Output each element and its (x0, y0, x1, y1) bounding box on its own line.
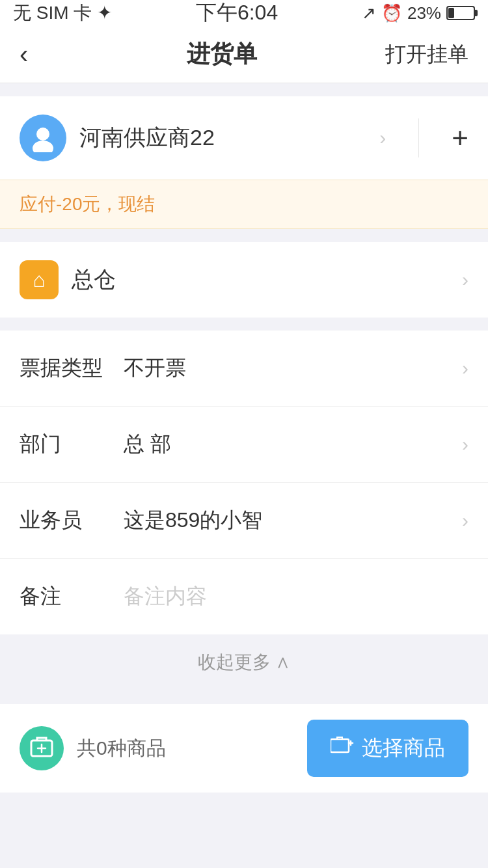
signal-icon: ↗ (362, 3, 376, 23)
supplier-avatar (20, 115, 66, 161)
warehouse-icon: ⌂ (20, 260, 59, 299)
svg-rect-3 (331, 739, 349, 752)
nav-bar: ‹ 进货单 打开挂单 (0, 26, 488, 83)
battery-icon (446, 6, 475, 20)
warehouse-chevron-icon: › (462, 269, 468, 291)
page-title: 进货单 (187, 38, 257, 70)
section-gap-3 (0, 318, 488, 331)
supplier-row[interactable]: 河南供应商22 › + (0, 96, 488, 180)
dept-value: 总 部 (111, 430, 462, 459)
status-left: 无 SIM 卡 ✦ (13, 1, 112, 25)
select-products-label: 选择商品 (362, 734, 445, 763)
products-icon (20, 726, 64, 770)
vertical-divider (418, 118, 419, 157)
collapse-row[interactable]: 收起更多 ∧ (0, 634, 488, 690)
section-gap-4 (0, 690, 488, 703)
invoice-row[interactable]: 票据类型 不开票 › (0, 331, 488, 407)
notice-banner: 应付-20元，现结 (0, 180, 488, 229)
supplier-section: 河南供应商22 › + 应付-20元，现结 (0, 96, 488, 229)
supplier-actions: › + (379, 118, 468, 157)
battery-percent: 23% (407, 3, 441, 23)
select-products-button[interactable]: 选择商品 (307, 720, 468, 777)
supplier-chevron-icon: › (379, 127, 386, 149)
invoice-value: 不开票 (111, 354, 462, 383)
status-bar: 无 SIM 卡 ✦ 下午6:04 ↗ ⏰ 23% (0, 0, 488, 26)
section-gap-2 (0, 229, 488, 242)
staff-row[interactable]: 业务员 这是859的小智 › (0, 483, 488, 559)
warehouse-name: 总仓 (72, 265, 462, 295)
form-section: 票据类型 不开票 › 部门 总 部 › 业务员 这是859的小智 › 备注 备注… (0, 331, 488, 634)
products-bar: 共0种商品 选择商品 (0, 704, 488, 793)
supplier-name: 河南供应商22 (79, 123, 379, 153)
collapse-label: 收起更多 ∧ (198, 650, 291, 675)
remark-label: 备注 (20, 582, 111, 611)
dept-label: 部门 (20, 430, 111, 459)
warehouse-row[interactable]: ⌂ 总仓 › (0, 242, 488, 318)
invoice-label: 票据类型 (20, 354, 111, 383)
section-gap-1 (0, 83, 488, 96)
dept-row[interactable]: 部门 总 部 › (0, 407, 488, 483)
invoice-chevron-icon: › (462, 357, 468, 379)
select-cart-icon (331, 737, 354, 761)
remark-row[interactable]: 备注 备注内容 (0, 559, 488, 634)
person-icon (29, 124, 57, 152)
cart-icon (29, 735, 55, 761)
add-supplier-button[interactable]: + (452, 124, 468, 152)
svg-point-0 (36, 128, 49, 141)
staff-chevron-icon: › (462, 509, 468, 532)
home-icon: ⌂ (33, 268, 45, 292)
back-button[interactable]: ‹ (20, 40, 59, 69)
staff-value: 这是859的小智 (111, 506, 462, 535)
dept-chevron-icon: › (462, 433, 468, 455)
status-right: ↗ ⏰ 23% (362, 3, 475, 23)
add-cart-icon (331, 737, 354, 756)
remark-input[interactable]: 备注内容 (111, 582, 468, 611)
open-pending-button[interactable]: 打开挂单 (385, 40, 468, 69)
svg-point-1 (33, 141, 53, 152)
sim-status: 无 SIM 卡 ✦ (13, 1, 112, 25)
warehouse-section: ⌂ 总仓 › (0, 242, 488, 318)
products-count: 共0种商品 (77, 735, 307, 762)
status-time: 下午6:04 (196, 0, 278, 27)
staff-label: 业务员 (20, 506, 111, 535)
alarm-icon: ⏰ (381, 3, 402, 23)
